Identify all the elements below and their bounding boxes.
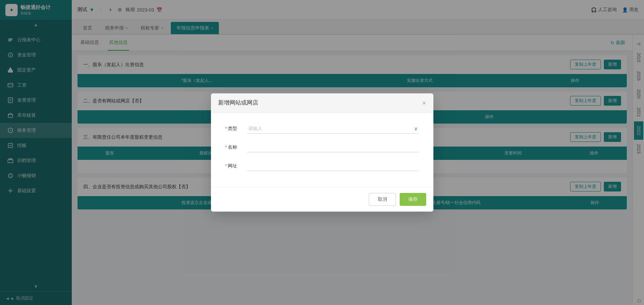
dialog-close-btn[interactable]: ×	[422, 100, 426, 106]
save-button[interactable]: 保存	[400, 193, 426, 206]
type-label-text: 类型	[228, 126, 237, 131]
form-row-name: *名称	[225, 142, 419, 152]
name-input[interactable]	[247, 142, 419, 152]
dialog-title: 新增网站或网店	[218, 99, 258, 107]
dialog-footer: 取消 保存	[211, 187, 433, 212]
name-label-text: 名称	[228, 144, 237, 150]
form-row-url: *网址	[225, 161, 419, 171]
url-input[interactable]	[247, 161, 419, 171]
cancel-button[interactable]: 取消	[369, 193, 396, 206]
url-label-text: 网址	[228, 163, 237, 168]
url-label: *网址	[225, 163, 247, 169]
type-dropdown-arrow[interactable]: ∨	[413, 126, 419, 131]
type-control-wrapper: ∨	[247, 124, 419, 134]
url-required-mark: *	[225, 163, 227, 168]
add-website-dialog: 新增网站或网店 × *类型 ∨ *名称	[211, 93, 433, 212]
dialog-header: 新增网站或网店 ×	[211, 93, 433, 113]
type-input[interactable]	[247, 124, 413, 133]
name-control-wrapper	[247, 142, 419, 152]
type-label: *类型	[225, 125, 247, 132]
dialog-overlay[interactable]: 新增网站或网店 × *类型 ∨ *名称	[0, 0, 644, 305]
url-control-wrapper	[247, 161, 419, 171]
form-row-type: *类型 ∨	[225, 124, 419, 134]
name-label: *名称	[225, 144, 247, 151]
type-required-mark: *	[225, 126, 227, 131]
dialog-body: *类型 ∨ *名称 *网址	[211, 113, 433, 187]
name-required-mark: *	[225, 144, 227, 150]
